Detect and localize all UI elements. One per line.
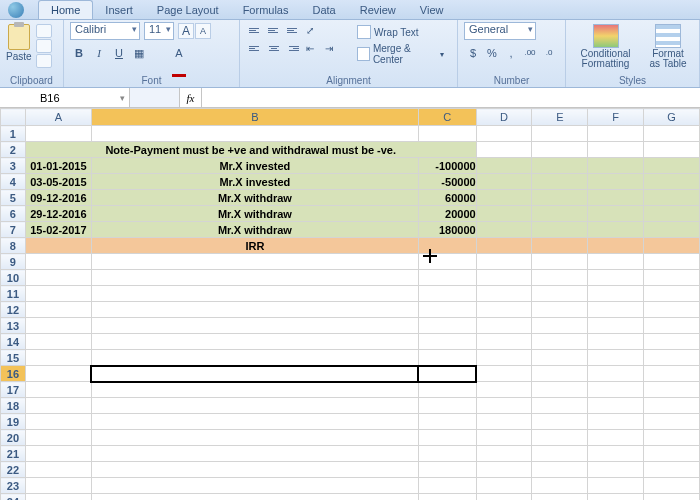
cell-A14[interactable] — [25, 334, 91, 350]
column-header-A[interactable]: A — [25, 109, 91, 126]
cell-F23[interactable] — [588, 478, 644, 494]
cell-G15[interactable] — [644, 350, 700, 366]
cell-C12[interactable] — [418, 302, 476, 318]
row-header-8[interactable]: 8 — [1, 238, 26, 254]
cell-A11[interactable] — [25, 286, 91, 302]
cell-E9[interactable] — [532, 254, 588, 270]
cell-B10[interactable] — [91, 270, 418, 286]
cell-E11[interactable] — [532, 286, 588, 302]
cell-F11[interactable] — [588, 286, 644, 302]
paste-button[interactable]: Paste — [6, 22, 32, 62]
cell-A22[interactable] — [25, 462, 91, 478]
cell-A19[interactable] — [25, 414, 91, 430]
cell-G2[interactable] — [644, 142, 700, 158]
cell-G13[interactable] — [644, 318, 700, 334]
cell-F21[interactable] — [588, 446, 644, 462]
cell-F15[interactable] — [588, 350, 644, 366]
cell-F14[interactable] — [588, 334, 644, 350]
cell-B15[interactable] — [91, 350, 418, 366]
tab-review[interactable]: Review — [348, 1, 408, 19]
row-header-16[interactable]: 16 — [1, 366, 26, 382]
cell-C13[interactable] — [418, 318, 476, 334]
cell-E21[interactable] — [532, 446, 588, 462]
cell-D16[interactable] — [476, 366, 532, 382]
cell-E8[interactable] — [532, 238, 588, 254]
tab-data[interactable]: Data — [300, 1, 347, 19]
cell-E19[interactable] — [532, 414, 588, 430]
cell-E22[interactable] — [532, 462, 588, 478]
cell-A15[interactable] — [25, 350, 91, 366]
cell-D13[interactable] — [476, 318, 532, 334]
align-middle-button[interactable] — [265, 22, 283, 38]
cell-D2[interactable] — [476, 142, 532, 158]
cell-C3[interactable]: -100000 — [418, 158, 476, 174]
font-size-select[interactable]: 11 — [144, 22, 174, 40]
cell-E17[interactable] — [532, 382, 588, 398]
cell-E7[interactable] — [532, 222, 588, 238]
cell-G4[interactable] — [644, 174, 700, 190]
cell-E6[interactable] — [532, 206, 588, 222]
cell-F9[interactable] — [588, 254, 644, 270]
border-button[interactable]: ▦ — [130, 44, 148, 62]
cell-D7[interactable] — [476, 222, 532, 238]
cell-E15[interactable] — [532, 350, 588, 366]
fill-color-button[interactable] — [150, 44, 168, 62]
row-header-22[interactable]: 22 — [1, 462, 26, 478]
cell-C7[interactable]: 180000 — [418, 222, 476, 238]
cell-A20[interactable] — [25, 430, 91, 446]
cell-A16[interactable] — [25, 366, 91, 382]
row-header-15[interactable]: 15 — [1, 350, 26, 366]
align-right-button[interactable] — [284, 40, 302, 56]
row-header-24[interactable]: 24 — [1, 494, 26, 501]
cell-E5[interactable] — [532, 190, 588, 206]
font-name-select[interactable]: Calibri — [70, 22, 140, 40]
cell-C1[interactable] — [418, 126, 476, 142]
column-header-G[interactable]: G — [644, 109, 700, 126]
cell-B5[interactable]: Mr.X withdraw — [91, 190, 418, 206]
row-header-13[interactable]: 13 — [1, 318, 26, 334]
cell-F3[interactable] — [588, 158, 644, 174]
row-header-14[interactable]: 14 — [1, 334, 26, 350]
cell-F13[interactable] — [588, 318, 644, 334]
cell-F12[interactable] — [588, 302, 644, 318]
tab-insert[interactable]: Insert — [93, 1, 145, 19]
cell-F4[interactable] — [588, 174, 644, 190]
cell-D8[interactable] — [476, 238, 532, 254]
underline-button[interactable]: U — [110, 44, 128, 62]
row-header-19[interactable]: 19 — [1, 414, 26, 430]
increase-indent-button[interactable]: ⇥ — [322, 40, 340, 56]
cell-C9[interactable] — [418, 254, 476, 270]
cell-C4[interactable]: -50000 — [418, 174, 476, 190]
cell-F24[interactable] — [588, 494, 644, 501]
cell-C14[interactable] — [418, 334, 476, 350]
cell-C11[interactable] — [418, 286, 476, 302]
cell-E16[interactable] — [532, 366, 588, 382]
column-header-F[interactable]: F — [588, 109, 644, 126]
cell-F8[interactable] — [588, 238, 644, 254]
row-header-21[interactable]: 21 — [1, 446, 26, 462]
align-top-button[interactable] — [246, 22, 264, 38]
cell-G17[interactable] — [644, 382, 700, 398]
cell-C19[interactable] — [418, 414, 476, 430]
column-header-D[interactable]: D — [476, 109, 532, 126]
cell-D15[interactable] — [476, 350, 532, 366]
cell-D6[interactable] — [476, 206, 532, 222]
row-header-1[interactable]: 1 — [1, 126, 26, 142]
cell-D22[interactable] — [476, 462, 532, 478]
cell-A7[interactable]: 15-02-2017 — [25, 222, 91, 238]
tab-page-layout[interactable]: Page Layout — [145, 1, 231, 19]
cell-B14[interactable] — [91, 334, 418, 350]
cell-A24[interactable] — [25, 494, 91, 501]
cell-G19[interactable] — [644, 414, 700, 430]
cell-A21[interactable] — [25, 446, 91, 462]
cell-A6[interactable]: 29-12-2016 — [25, 206, 91, 222]
decrease-decimal-button[interactable]: .0 — [540, 44, 558, 62]
cell-G12[interactable] — [644, 302, 700, 318]
cell-A4[interactable]: 03-05-2015 — [25, 174, 91, 190]
row-header-17[interactable]: 17 — [1, 382, 26, 398]
cell-B12[interactable] — [91, 302, 418, 318]
cell-F16[interactable] — [588, 366, 644, 382]
cell-A12[interactable] — [25, 302, 91, 318]
row-header-6[interactable]: 6 — [1, 206, 26, 222]
bold-button[interactable]: B — [70, 44, 88, 62]
